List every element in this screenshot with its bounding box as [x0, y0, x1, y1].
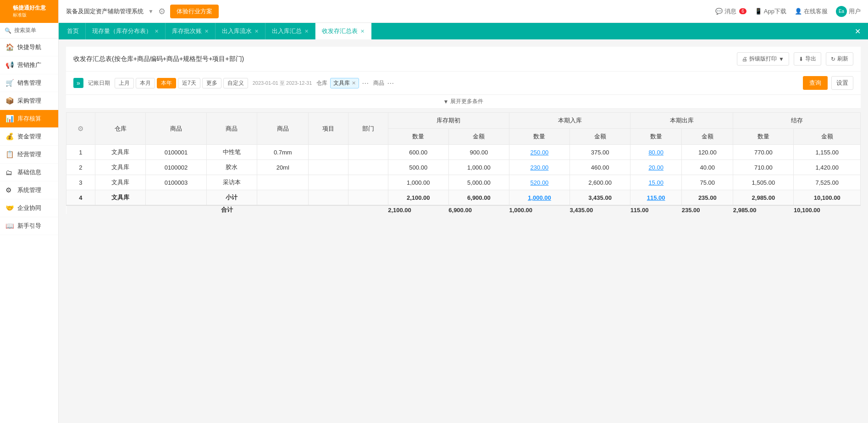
row-bal-qty: 1,505.00	[733, 175, 794, 190]
tab-close-inventory-dist[interactable]: ✕	[155, 28, 159, 34]
subtotal-project	[309, 190, 348, 206]
query-button[interactable]: 查询	[803, 76, 828, 90]
date-btn-custom[interactable]: 自定义	[223, 78, 248, 88]
page-header: 收发存汇总表(按仓库+商品编码+商品+规格型号+项目+部门) 🖨 拆镶版打印 ▼…	[66, 47, 861, 71]
sidebar-item-operations[interactable]: 📋 经营管理	[0, 146, 58, 164]
search-menu[interactable]: 🔍 搜索菜单	[0, 23, 58, 38]
sidebar-item-marketing[interactable]: 📢 营销推广	[0, 56, 58, 74]
row-project	[309, 160, 348, 175]
row-out-qty[interactable]: 15.00	[630, 175, 682, 190]
th-goods: 商品	[206, 113, 257, 145]
goods-more[interactable]: ···	[387, 78, 394, 88]
subtotal-spec	[257, 190, 309, 206]
row-project	[309, 145, 348, 160]
tab-close-recv-send[interactable]: ✕	[360, 28, 365, 34]
print-button[interactable]: 🖨 拆镶版打印 ▼	[737, 52, 789, 66]
date-btn-7days[interactable]: 近7天	[178, 78, 200, 88]
user-btn[interactable]: Ea 用户	[836, 6, 861, 17]
table-settings-icon[interactable]: ⚙	[77, 125, 83, 132]
sidebar-item-enterprise[interactable]: 🤝 企业协同	[0, 199, 58, 217]
th-balance: 结存	[733, 113, 861, 129]
subtotal-in-qty[interactable]: 1,000.00	[509, 190, 569, 206]
finance-icon: 💰	[6, 132, 14, 141]
th-settings: ⚙	[66, 113, 95, 145]
subtotal-in-amt: 3,435.00	[570, 190, 630, 206]
tab-inventory-dist[interactable]: 现存量（库存分布表） ✕	[86, 23, 166, 39]
page-title: 收发存汇总表(按仓库+商品编码+商品+规格型号+项目+部门)	[73, 55, 244, 63]
system-title: 装备及固定资产辅助管理系统	[66, 7, 144, 16]
date-btn-cur-year[interactable]: 本年	[157, 78, 176, 88]
data-table: ⚙ 仓库 商品 商品 商品 项目 部门 库存期初 本期入库 本期出库 结存 数量…	[66, 112, 861, 214]
tab-close-batch[interactable]: ✕	[205, 28, 209, 34]
export-button[interactable]: ⬇ 导出	[794, 52, 821, 66]
system-icon: ⚙	[6, 186, 14, 194]
date-filter-buttons: 上月 本月 本年 近7天 更多 自定义	[115, 78, 248, 88]
row-opening-qty: 1,000.00	[388, 175, 448, 190]
th-dept: 部门	[348, 113, 388, 145]
page-actions: 🖨 拆镶版打印 ▼ ⬇ 导出 ↻ 刷新	[737, 52, 853, 66]
sidebar-label: 经营管理	[17, 150, 41, 159]
sidebar-item-finance[interactable]: 💰 资金管理	[0, 128, 58, 146]
config-btn[interactable]: ⚙	[158, 6, 166, 16]
message-btn[interactable]: 💬 消息 6	[715, 7, 746, 16]
expand-more-button[interactable]: ▼ 展开更多条件	[443, 98, 484, 105]
row-no: 2	[66, 160, 95, 175]
total-bal-amt: 10,100.00	[794, 205, 861, 214]
sidebar-item-basic[interactable]: 🗂 基础信息	[0, 164, 58, 181]
row-out-qty[interactable]: 20.00	[630, 160, 682, 175]
filter-actions: 查询 设置	[803, 76, 853, 90]
tab-bar-close[interactable]: ✕	[849, 27, 866, 36]
tab-close-inout-flow[interactable]: ✕	[254, 28, 259, 34]
subtotal-opening-amt: 6,900.00	[448, 190, 509, 206]
sidebar-label: 采购管理	[17, 97, 41, 105]
subtotal-no: 4	[66, 190, 95, 206]
app-download-btn[interactable]: 📱 App下载	[755, 7, 786, 16]
row-no: 1	[66, 145, 95, 160]
tab-recv-send[interactable]: 收发存汇总表 ✕	[315, 23, 371, 39]
subtotal-row: 4 文具库 小计 2,100.00 6,900.00 1,000.00 3,43…	[66, 190, 861, 206]
logo-sub: 标准版	[13, 12, 46, 18]
operations-icon: 📋	[6, 150, 14, 159]
tab-batch[interactable]: 库存批次账 ✕	[166, 23, 216, 39]
sidebar-item-inventory[interactable]: 📊 库存核算	[0, 110, 58, 128]
subtotal-out-qty[interactable]: 115.00	[630, 190, 682, 206]
tab-home-label: 首页	[67, 27, 79, 35]
warehouse-more[interactable]: ···	[362, 78, 369, 88]
setting-button[interactable]: 设置	[831, 76, 853, 90]
date-filter-label: 记账日期	[88, 79, 110, 87]
row-in-qty[interactable]: 520.00	[509, 175, 569, 190]
warehouse-tag-close[interactable]: ✕	[352, 80, 356, 86]
tab-home[interactable]: 首页	[61, 23, 86, 39]
sidebar-item-sales[interactable]: 🛒 销售管理	[0, 74, 58, 92]
tab-inout-summary[interactable]: 出入库汇总 ✕	[265, 23, 315, 39]
tab-close-inout-summary[interactable]: ✕	[304, 28, 309, 34]
search-label: 搜索菜单	[14, 27, 36, 34]
tab-inout-flow[interactable]: 出入库流水 ✕	[216, 23, 265, 39]
total-row: 合计 2,100.00 6,900.00 1,000.00 3,435.00 1…	[66, 205, 861, 214]
sidebar-label: 新手引导	[17, 222, 41, 230]
sidebar-item-purchase[interactable]: 📦 采购管理	[0, 92, 58, 110]
filter-expand-button[interactable]: »	[73, 78, 83, 88]
row-in-qty[interactable]: 250.00	[509, 145, 569, 160]
sidebar-item-system[interactable]: ⚙ 系统管理	[0, 181, 58, 199]
th-bal-amt: 金额	[794, 129, 861, 145]
date-btn-prev-month[interactable]: 上月	[115, 78, 134, 88]
goods-filter: 商品 ···	[373, 78, 394, 88]
row-out-qty[interactable]: 80.00	[630, 145, 682, 160]
row-in-qty[interactable]: 230.00	[509, 160, 569, 175]
date-btn-cur-month[interactable]: 本月	[136, 78, 155, 88]
trial-button[interactable]: 体验行业方案	[170, 5, 219, 18]
row-goods: 中性笔	[206, 145, 257, 160]
row-out-amt: 120.00	[682, 145, 733, 160]
row-code: 0100003	[146, 175, 206, 190]
online-service-btn[interactable]: 👤 在线客服	[795, 7, 828, 16]
sidebar-label: 营销推广	[17, 61, 41, 69]
sidebar-item-guide[interactable]: 📖 新手引导	[0, 217, 58, 235]
refresh-button[interactable]: ↻ 刷新	[826, 52, 853, 66]
print-label: 拆镶版打印	[749, 55, 777, 63]
date-btn-more[interactable]: 更多	[202, 78, 221, 88]
sidebar-item-quick-nav[interactable]: 🏠 快捷导航	[0, 38, 58, 56]
total-out-qty: 115.00	[630, 205, 682, 214]
chevron-down-icon: ▼	[148, 8, 154, 15]
subtotal-goods: 小计	[206, 190, 257, 206]
